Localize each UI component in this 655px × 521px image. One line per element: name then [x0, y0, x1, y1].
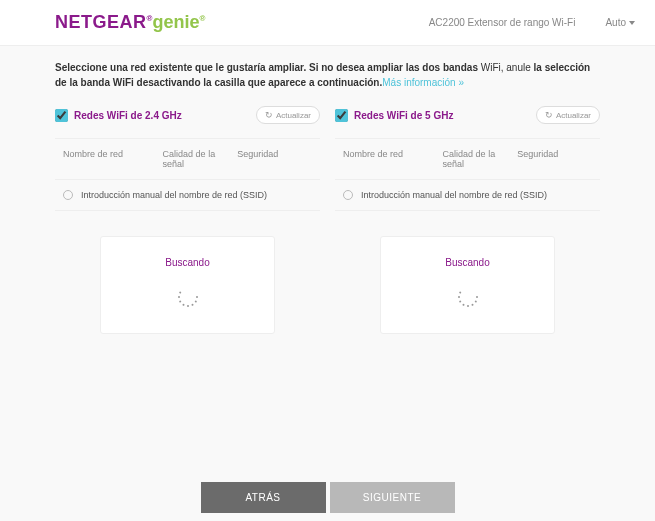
network-columns: Redes WiFi de 2.4 GHz Actualizar Nombre …	[55, 106, 600, 334]
manual-ssid-row-5[interactable]: Introducción manual del nombre de red (S…	[335, 180, 600, 211]
searching-box-5: Buscando	[380, 236, 555, 334]
checkbox-24ghz[interactable]	[55, 109, 68, 122]
radio-icon	[343, 190, 353, 200]
th-signal: Calidad de la señal	[163, 149, 238, 169]
searching-label: Buscando	[111, 257, 264, 268]
brand-logo: NETGEAR®genie®	[55, 12, 205, 33]
th-security: Seguridad	[237, 149, 312, 169]
table-header-5: Nombre de red Calidad de la señal Seguri…	[335, 138, 600, 180]
th-security: Seguridad	[517, 149, 592, 169]
spinner-icon	[177, 286, 199, 308]
instructions-text: Seleccione una red existente que le gust…	[55, 60, 600, 90]
title-24ghz: Redes WiFi de 2.4 GHz	[74, 110, 182, 121]
table-header-24: Nombre de red Calidad de la señal Seguri…	[55, 138, 320, 180]
col-header-5: Redes WiFi de 5 GHz Actualizar	[335, 106, 600, 124]
manual-ssid-label: Introducción manual del nombre de red (S…	[81, 190, 267, 200]
searching-box-24: Buscando	[100, 236, 275, 334]
main-content: Seleccione una red existente que le gust…	[0, 46, 655, 334]
col-5ghz: Redes WiFi de 5 GHz Actualizar Nombre de…	[335, 106, 600, 334]
checkbox-5ghz[interactable]	[335, 109, 348, 122]
radio-icon	[63, 190, 73, 200]
model-label: AC2200 Extensor de rango Wi-Fi	[429, 17, 576, 28]
th-name: Nombre de red	[63, 149, 163, 169]
next-button[interactable]: SIGUIENTE	[330, 482, 455, 513]
page-header: NETGEAR®genie® AC2200 Extensor de rango …	[0, 0, 655, 46]
title-5ghz: Redes WiFi de 5 GHz	[354, 110, 453, 121]
th-name: Nombre de red	[343, 149, 443, 169]
more-info-link[interactable]: Más información »	[382, 77, 464, 88]
manual-ssid-row-24[interactable]: Introducción manual del nombre de red (S…	[55, 180, 320, 211]
spinner-icon	[457, 286, 479, 308]
footer-buttons: ATRÁS SIGUIENTE	[0, 482, 655, 521]
update-button-24[interactable]: Actualizar	[256, 106, 320, 124]
searching-label: Buscando	[391, 257, 544, 268]
col-24ghz: Redes WiFi de 2.4 GHz Actualizar Nombre …	[55, 106, 320, 334]
col-header-24: Redes WiFi de 2.4 GHz Actualizar	[55, 106, 320, 124]
th-signal: Calidad de la señal	[443, 149, 518, 169]
update-button-5[interactable]: Actualizar	[536, 106, 600, 124]
auto-dropdown[interactable]: Auto	[605, 17, 635, 28]
back-button[interactable]: ATRÁS	[201, 482, 326, 513]
manual-ssid-label: Introducción manual del nombre de red (S…	[361, 190, 547, 200]
